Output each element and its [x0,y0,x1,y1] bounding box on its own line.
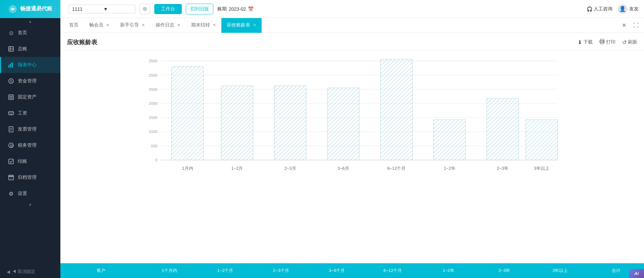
download-button[interactable]: ⬇ 下载 [578,39,593,46]
tab-close-oplog[interactable]: ✕ [177,23,180,27]
col-3y-plus: 3年以上 [532,268,588,274]
expand-tab-button[interactable]: ⛶ [631,21,641,30]
svg-text:2000: 2000 [149,101,158,106]
sidebar-item-tax[interactable]: 税 税务管理 [0,137,60,153]
svg-rect-1 [9,47,13,51]
tax-icon: 税 [8,142,14,149]
workbench-button[interactable]: 工作台 [154,4,182,14]
tabs-bar: 首页 畅会员 ✕ 新手引导 ✕ 操作日志 ✕ 期末结转 ✕ 应收账龄表 ✕ [60,18,644,33]
archive-icon [8,174,14,181]
sidebar-item-reports[interactable]: 报表中心 [0,57,60,73]
logo: 畅捷通易代账 [0,0,60,18]
svg-rect-14 [11,97,12,98]
dropdown-arrow-icon: ▼ [103,6,132,12]
close-tab-button[interactable]: ✕ [619,21,629,30]
tab-close-period-end[interactable]: ✕ [213,23,216,27]
tab-period-end[interactable]: 期末结转 ✕ [186,18,221,33]
sidebar-item-home[interactable]: ⊙ 首页 [0,25,60,41]
svg-rect-5 [8,65,9,68]
tab-guide[interactable]: 新手引导 ✕ [115,18,150,33]
top-header: 畅捷通易代账 1111 ▼ ⧉ 工作台 切到旧版 账期 2023-02 📅 🎧 … [0,0,644,18]
svg-rect-55 [327,88,359,160]
col-1m: 1个月内 [142,268,197,274]
copy-icon: ⧉ [143,6,147,12]
tab-home[interactable]: 首页 [64,18,84,33]
sidebar-item-invoice[interactable]: 发票管理 [0,121,60,137]
print-icon [599,39,605,46]
tab-ar-aging[interactable]: 应收账龄表 ✕ [221,18,262,33]
print-button[interactable]: 打印 [599,39,615,46]
svg-point-9 [10,80,12,82]
sidebar-scroll-up[interactable]: ▲ [0,18,60,25]
avatar: 👤 [618,4,627,14]
refresh-icon: ↺ [622,39,627,46]
switch-version-button[interactable]: 切到旧版 [186,4,213,14]
svg-point-8 [9,79,13,83]
sidebar-item-salary[interactable]: 工资 [0,105,60,121]
tab-close-ar-aging[interactable]: ✕ [253,23,256,27]
header-right: 🎧 人工咨询 👤 友友 [587,4,639,14]
sidebar-item-settle[interactable]: 结账 [0,153,60,169]
calendar-icon[interactable]: 📅 [248,6,254,12]
ai-badge[interactable]: Ai [629,269,644,278]
copy-button[interactable]: ⧉ [140,4,150,14]
sidebar-item-assets[interactable]: 固定资产 [0,89,60,105]
tab-close-member[interactable]: ✕ [106,23,109,27]
content-area: 首页 畅会员 ✕ 新手引导 ✕ 操作日志 ✕ 期末结转 ✕ 应收账龄表 ✕ [60,18,644,278]
sidebar-scroll-down[interactable]: ▼ [0,202,60,208]
tabs-right-actions: ✕ ⛶ [619,21,641,30]
table-header-bar: 客户 1个月内 1~2个月 2~3个月 3~6个月 6~12个月 1~2年 2~… [60,263,644,278]
col-1-2m: 1~2个月 [197,268,253,274]
cancel-fixed-label: ◀ 取消固定 [12,269,35,275]
col-2-3m: 2~3个月 [253,268,309,274]
assets-icon [8,94,14,100]
svg-text:3~6月: 3~6月 [337,166,349,171]
invoice-icon [8,126,14,133]
chart-container: 2500 2500 2500 2000 1500 1000 500 0 [67,54,637,181]
reports-icon [8,62,14,68]
company-selector[interactable]: 1111 ▼ [68,5,136,13]
download-icon: ⬇ [578,39,582,46]
svg-rect-24 [9,159,13,164]
svg-text:2~3年: 2~3年 [497,166,508,171]
user-info[interactable]: 👤 友友 [618,4,639,14]
svg-text:1~2年: 1~2年 [444,166,455,171]
service-button[interactable]: 🎧 人工咨询 [587,6,612,12]
refresh-button[interactable]: ↺ 刷新 [622,39,637,46]
page-header: 应收账龄表 ⬇ 下载 [60,33,644,51]
sidebar-item-archive[interactable]: 归档管理 [0,169,60,186]
tab-close-guide[interactable]: ✕ [142,23,145,27]
tab-member[interactable]: 畅会员 ✕ [84,18,115,33]
svg-rect-17 [10,114,12,115]
sidebar-item-settings[interactable]: ⚙ 设置 [0,186,60,202]
svg-rect-11 [10,96,11,97]
cancel-fixed-icon: ◀ [7,269,10,274]
home-icon: ⊙ [8,29,14,36]
sidebar-item-funds[interactable]: 资金管理 [0,73,60,89]
col-6-12m: 6~12个月 [365,268,421,274]
svg-text:2500: 2500 [149,87,158,91]
col-customer: 客户 [60,268,142,274]
bar-chart: 2500 2500 2500 2000 1500 1000 500 0 [67,54,637,181]
settings-icon: ⚙ [8,190,14,197]
sidebar: ▲ ⊙ 首页 总账 [0,18,60,278]
cancel-fixed-button[interactable]: ◀ ◀ 取消固定 [0,265,60,278]
svg-rect-7 [12,63,13,68]
col-2-3y: 2~3年 [477,268,532,274]
page-actions: ⬇ 下载 打印 [578,39,637,46]
svg-text:2500: 2500 [149,73,158,77]
col-3-6m: 3~6个月 [309,268,365,274]
tab-oplog[interactable]: 操作日志 ✕ [150,18,186,33]
svg-text:1500: 1500 [149,115,158,120]
headset-icon: 🎧 [587,6,592,12]
svg-point-31 [603,41,604,42]
salary-icon [8,110,14,117]
svg-rect-26 [9,175,13,177]
svg-text:6~12个月: 6~12个月 [387,166,406,171]
svg-text:2~3月: 2~3月 [284,166,296,171]
sidebar-item-ledger[interactable]: 总账 [0,41,60,57]
svg-rect-29 [600,42,604,44]
svg-text:税: 税 [10,144,13,147]
svg-text:1月内: 1月内 [182,166,193,171]
svg-rect-13 [10,97,11,98]
